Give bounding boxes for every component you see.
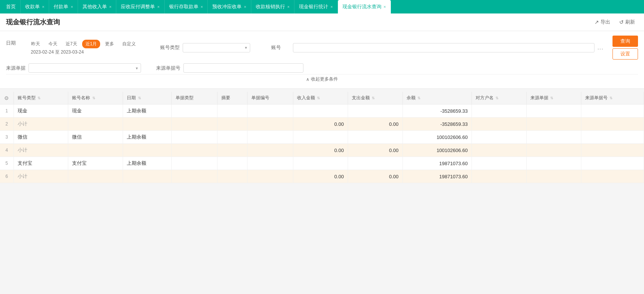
cell-no: 2 (0, 118, 14, 131)
cell-expense: 0.00 (348, 170, 402, 183)
sort-expense-icon: ⇅ (372, 96, 375, 100)
account-no-input[interactable] (293, 43, 594, 52)
col-date[interactable]: 日期 ⇅ (123, 92, 171, 104)
cell-counterpart (472, 104, 527, 118)
cell-source-doc-no (581, 144, 644, 157)
account-no-filter: 账号 ... (271, 43, 603, 52)
cell-expense (348, 104, 402, 118)
col-balance[interactable]: 余额 ⇅ (402, 92, 472, 104)
page-header: 现金银行流水查询 ↗ 导出 ↺ 刷新 (0, 13, 644, 31)
cell-account-type: 小计 (14, 144, 68, 157)
source-doc-no-filter: 来源单据号 (156, 63, 303, 73)
sort-balance-icon: ⇅ (417, 96, 420, 100)
cell-account-name: 现金 (68, 104, 123, 118)
col-source-doc-no[interactable]: 来源单据号 ⇅ (581, 92, 644, 104)
chevron-up-icon: ∧ (306, 77, 309, 82)
cell-source-doc-no (581, 170, 644, 183)
source-doc-filter: 来源单据 ▾ (6, 63, 141, 73)
sort-source-doc-icon: ⇅ (550, 96, 553, 100)
cell-doc-no (247, 104, 293, 118)
col-account-name[interactable]: 账号名称 ⇅ (68, 92, 123, 104)
cell-account-type: 小计 (14, 118, 68, 131)
action-buttons: 查询 设置 (612, 36, 638, 60)
date-custom[interactable]: 自定义 (119, 40, 139, 48)
nav-other-income[interactable]: 其他收入单 × (78, 0, 116, 13)
export-button[interactable]: ↗ 导出 (591, 17, 613, 27)
close-receipt-icon[interactable]: × (42, 4, 44, 9)
nav-receipt[interactable]: 收款单 × (21, 0, 49, 13)
cell-account-name: 微信 (68, 131, 123, 144)
cell-source-doc (526, 144, 581, 157)
nav-bank-deposit[interactable]: 银行存取款单 × (165, 0, 208, 13)
cell-counterpart (472, 118, 527, 131)
col-source-doc-no-label: 来源单据号 (585, 95, 608, 100)
cell-source-doc-no (581, 104, 644, 118)
settings-button[interactable]: 设置 (612, 48, 638, 60)
close-adjustment-icon[interactable]: × (157, 4, 159, 9)
col-counterpart[interactable]: 对方户名 ⇅ (472, 92, 527, 104)
col-gear: ⚙ (0, 92, 14, 104)
date-7days[interactable]: 近7天 (62, 40, 81, 48)
refresh-button[interactable]: ↺ 刷新 (616, 17, 638, 27)
cell-summary (217, 157, 247, 170)
col-account-type[interactable]: 账号类型 ⇅ (14, 92, 68, 104)
close-payment-icon[interactable]: × (71, 4, 73, 9)
date-more[interactable]: 更多 (102, 40, 117, 48)
nav-adjustment[interactable]: 应收应付调整单 × (116, 0, 164, 13)
cell-no: 4 (0, 144, 14, 157)
cell-doc-type (171, 144, 217, 157)
cell-date: 上期余额 (123, 104, 171, 118)
nav-prepay[interactable]: 预收冲应收单 × (208, 0, 251, 13)
cell-summary (217, 170, 247, 183)
cell-source-doc-no (581, 131, 644, 144)
cell-summary (217, 118, 247, 131)
col-expense[interactable]: 支出金额 ⇅ (348, 92, 402, 104)
col-summary: 摘要 (217, 92, 247, 104)
cell-summary (217, 131, 247, 144)
cell-account-name: 支付宝 (68, 157, 123, 170)
close-other-income-icon[interactable]: × (109, 4, 111, 9)
source-doc-select[interactable] (29, 63, 141, 73)
data-table: ⚙ 账号类型 ⇅ 账号名称 ⇅ 日期 ⇅ 单据类型 摘要 (0, 92, 644, 183)
table-row: 3微信微信上期余额100102606.60 (0, 131, 644, 144)
cell-account-name (68, 170, 123, 183)
cell-income (293, 131, 348, 144)
close-cash-flow-icon[interactable]: × (384, 4, 386, 9)
date-yesterday[interactable]: 昨天 (28, 40, 44, 48)
source-doc-select-wrapper: ▾ (29, 63, 141, 73)
cell-counterpart (472, 170, 527, 183)
table-row: 2小计0.000.00-3528659.33 (0, 118, 644, 131)
nav-home[interactable]: 首页 (2, 0, 21, 13)
col-doc-no-label: 单据编号 (251, 95, 269, 100)
refresh-icon: ↺ (619, 19, 624, 25)
close-verify-icon[interactable]: × (287, 4, 290, 9)
date-today[interactable]: 今天 (45, 40, 61, 48)
date-1month[interactable]: 近1月 (82, 40, 101, 48)
cell-doc-no (247, 157, 293, 170)
export-icon: ↗ (594, 19, 599, 25)
collapse-bar[interactable]: ∧ 收起更多条件 (6, 74, 638, 84)
cell-doc-type (171, 104, 217, 118)
cell-account-type: 微信 (14, 131, 68, 144)
account-type-select[interactable]: 现金 微信 支付宝 (183, 43, 250, 52)
nav-payment[interactable]: 付款单 × (49, 0, 78, 13)
cell-doc-no (247, 144, 293, 157)
cell-income: 0.00 (293, 118, 348, 131)
col-source-doc[interactable]: 来源单据 ⇅ (526, 92, 581, 104)
close-stats-icon[interactable]: × (330, 4, 333, 9)
sort-counterpart-icon: ⇅ (495, 96, 498, 100)
source-doc-no-input[interactable] (183, 63, 303, 73)
cell-date: 上期余额 (123, 131, 171, 144)
query-button[interactable]: 查询 (612, 36, 638, 47)
nav-cash-flow[interactable]: 现金银行流水查询 × (338, 0, 391, 13)
sort-source-doc-no-icon: ⇅ (609, 96, 612, 100)
cell-source-doc (526, 131, 581, 144)
table-gear-icon[interactable]: ⚙ (4, 95, 9, 101)
col-income[interactable]: 收入金额 ⇅ (293, 92, 348, 104)
nav-verify[interactable]: 收款核销执行 × (251, 0, 294, 13)
close-bank-deposit-icon[interactable]: × (201, 4, 203, 9)
nav-stats[interactable]: 现金银行统计 × (294, 0, 338, 13)
close-prepay-icon[interactable]: × (244, 4, 246, 9)
table-row: 5支付宝支付宝上期余额19871073.60 (0, 157, 644, 170)
account-no-dots-button[interactable]: ... (597, 44, 603, 51)
